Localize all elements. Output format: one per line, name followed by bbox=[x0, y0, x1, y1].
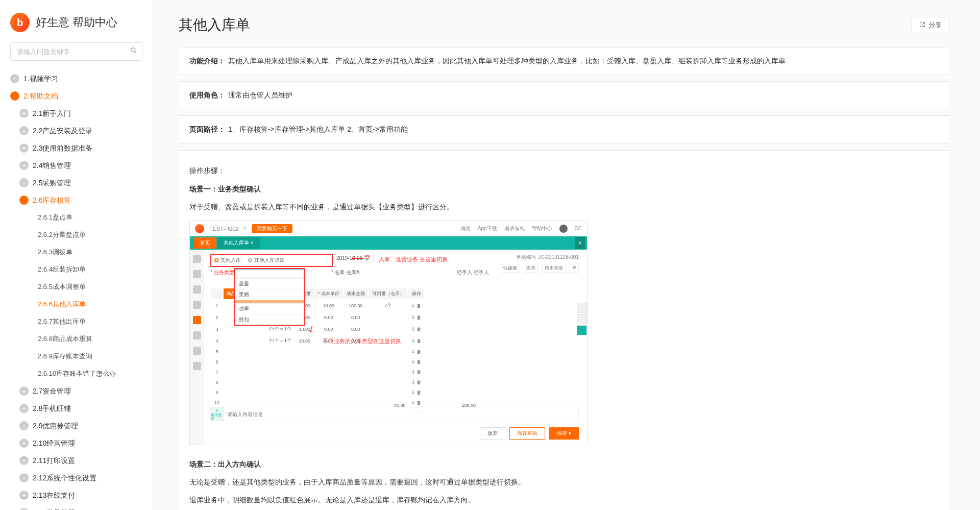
nav-2-6[interactable]: –2.6库存核算 bbox=[10, 191, 142, 209]
steps-label: 操作步骤： bbox=[189, 164, 939, 178]
nav-2-7[interactable]: +2.7资金管理 bbox=[10, 382, 142, 400]
table-row[interactable]: 9⇩ 🗑 bbox=[211, 388, 424, 397]
nav-2-3[interactable]: +2.3使用前数据准备 bbox=[10, 139, 142, 157]
shot-link-help[interactable]: 帮助中心 bbox=[532, 225, 552, 232]
table-row[interactable]: 7⇩ 🗑 bbox=[211, 368, 424, 377]
nav-video[interactable]: +1.视频学习 bbox=[10, 70, 142, 87]
shot-env: TEST-H002 bbox=[209, 226, 238, 232]
scene2-p1: 无论是受赠，还是其他类型的业务，由于入库商品质量等原因，需要退回，这时可通过单据… bbox=[189, 475, 939, 489]
nav-2-1[interactable]: +2.1新手入门 bbox=[10, 105, 142, 122]
nav-2-6-9[interactable]: 2.6.9库存账本查询 bbox=[10, 348, 142, 365]
mini-side-icon[interactable] bbox=[193, 316, 201, 324]
brand-text: 好生意 帮助中心 bbox=[36, 15, 117, 30]
mini-side-icon[interactable] bbox=[193, 270, 201, 278]
share-button[interactable]: 分享 bbox=[912, 17, 949, 33]
nav-2-13[interactable]: +2.13在线支付 bbox=[10, 487, 142, 504]
gear-icon[interactable]: ⚙ bbox=[570, 264, 579, 273]
table-row[interactable]: 5⇩ 🗑 bbox=[211, 347, 424, 356]
shot-tools: 快捷键 提单 历史单据 ⚙ bbox=[501, 264, 579, 273]
search-icon[interactable] bbox=[130, 47, 137, 56]
tool-shortcut[interactable]: 快捷键 bbox=[501, 264, 520, 273]
table-row[interactable]: 8⇩ 🗑 bbox=[211, 378, 424, 387]
body-block: 操作步骤： 场景一：业务类型确认 对于受赠、盘盈或是拆装入库等不同的业务，是通过… bbox=[179, 150, 949, 510]
nav-2-6-1[interactable]: 2.6.1盘点单 bbox=[10, 209, 142, 226]
scene2-title: 场景二：出入方向确认 bbox=[189, 457, 939, 471]
nav-2-6-5[interactable]: 2.6.5成本调整单 bbox=[10, 278, 142, 296]
warehouse-field[interactable]: * 仓库 仓库A bbox=[331, 269, 360, 276]
shot-side-tools bbox=[577, 303, 587, 335]
nav-2-8[interactable]: +2.8手机旺铺 bbox=[10, 400, 142, 417]
nav-docs[interactable]: –2.帮助文档 bbox=[10, 87, 142, 105]
search-input[interactable] bbox=[10, 42, 142, 61]
memo-icon: ≡备注信息 bbox=[211, 407, 224, 421]
shot-link-app[interactable]: App下载 bbox=[478, 225, 497, 232]
shot-type-radio-group: 其他入库 其他入库退库 bbox=[210, 254, 333, 267]
mini-side-icon[interactable] bbox=[193, 255, 201, 263]
avatar-icon[interactable] bbox=[559, 225, 568, 233]
dd-option[interactable]: 盘盈 bbox=[235, 278, 304, 289]
shot-buy-button[interactable]: 我要购买一下 bbox=[252, 224, 292, 233]
radio-other-return[interactable]: 其他入库退库 bbox=[254, 257, 285, 264]
nav-tree: +1.视频学习 –2.帮助文档 +2.1新手入门 +2.2产品安装及登录 +2.… bbox=[10, 70, 142, 510]
nav-2-6-10[interactable]: 2.6.10库存账本错了怎么办 bbox=[10, 365, 142, 382]
role-box: 使用角色：通常由仓管人员维护 bbox=[179, 81, 949, 109]
annotation-1: 入库、退货业务 在这里切换 bbox=[379, 256, 448, 263]
clerk-field[interactable]: 经手人 经手人 bbox=[457, 269, 489, 276]
nav-2-9[interactable]: +2.9优惠券管理 bbox=[10, 417, 142, 434]
search-wrap bbox=[10, 42, 142, 61]
shot-topbar: TEST-H002 ▾ 我要购买一下 消息 App下载 邀请有礼 帮助中心 CC bbox=[190, 221, 587, 236]
nav-2-5[interactable]: +2.5采购管理 bbox=[10, 174, 142, 191]
nav-2-6-2[interactable]: 2.6.2分量盘点单 bbox=[10, 226, 142, 244]
memo-input[interactable] bbox=[224, 411, 578, 417]
mini-side-icon[interactable] bbox=[193, 285, 201, 294]
dd-option[interactable] bbox=[235, 300, 304, 303]
arrow-icon: ⟵ bbox=[351, 253, 364, 264]
shot-docno: 单据编号 JC-20191226-001 bbox=[516, 254, 579, 261]
mini-side-icon[interactable] bbox=[193, 362, 201, 370]
side-tool-icon[interactable] bbox=[577, 303, 587, 313]
close-icon[interactable]: × bbox=[575, 237, 585, 249]
save-button[interactable]: 保存 ▾ bbox=[549, 427, 579, 440]
nav-2-14[interactable]: +2.14常见问题 bbox=[10, 504, 142, 510]
shot-tab-doc[interactable]: 其他入库单 × bbox=[217, 237, 260, 249]
side-tool-icon[interactable] bbox=[577, 325, 587, 335]
nav-2-6-8[interactable]: 2.6.8商品成本重算 bbox=[10, 330, 142, 348]
nav-2-4[interactable]: +2.4销售管理 bbox=[10, 157, 142, 174]
radio-icon[interactable] bbox=[214, 258, 218, 262]
nav-2-12[interactable]: +2.12系统个性化设置 bbox=[10, 469, 142, 487]
content: 其他入库单 分享 功能介绍：其他入库单用来处理除采购入库、产成品入库之外的其他入… bbox=[153, 0, 980, 510]
mini-side-icon[interactable] bbox=[193, 301, 201, 309]
dd-option[interactable]: 拆包 bbox=[235, 314, 304, 325]
shot-memo: ≡备注信息 bbox=[210, 407, 579, 421]
shot-link-invite[interactable]: 邀请有礼 bbox=[504, 225, 525, 232]
mini-side-icon[interactable] bbox=[193, 347, 201, 355]
dd-option[interactable]: 功率 bbox=[235, 303, 304, 314]
nav-2-2[interactable]: +2.2产品安装及登录 bbox=[10, 122, 142, 139]
dd-option[interactable]: 受赠 bbox=[235, 289, 304, 300]
table-row[interactable]: 4个/个 = 1个10.000.000.00⇩ 🗑 bbox=[211, 335, 424, 346]
mini-side-icon[interactable] bbox=[193, 331, 201, 339]
nav-2-6-4[interactable]: 2.6.4组装拆卸单 bbox=[10, 261, 142, 278]
tool-submit[interactable]: 提单 bbox=[524, 264, 538, 273]
biz-type-label: * 业务类型 bbox=[210, 269, 234, 276]
tool-history[interactable]: 历史单据 bbox=[542, 264, 566, 273]
shot-link-msg[interactable]: 消息 bbox=[460, 225, 471, 232]
radio-other-in[interactable]: 其他入库 bbox=[220, 257, 241, 264]
page-title: 其他入库单 bbox=[179, 15, 250, 35]
nav-2-11[interactable]: +2.11打印设置 bbox=[10, 452, 142, 469]
draft-button[interactable]: 保存草稿 bbox=[509, 427, 545, 440]
radio-icon[interactable] bbox=[248, 258, 252, 262]
nav-2-6-7[interactable]: 2.6.7其他出库单 bbox=[10, 313, 142, 330]
scene1-title: 场景一：业务类型确认 bbox=[189, 182, 939, 196]
path-box: 页面路径：1、库存核算->库存管理->其他入库单 2、首页->常用功能 bbox=[179, 115, 949, 143]
shot-top-right: 消息 App下载 邀请有礼 帮助中心 CC bbox=[460, 225, 582, 233]
biz-type-dropdown[interactable]: 盘盈 受赠 功率 拆包 bbox=[234, 268, 305, 326]
nav-2-6-3[interactable]: 2.6.3调拨单 bbox=[10, 244, 142, 261]
side-tool-icon[interactable] bbox=[577, 314, 587, 324]
shot-tab-home[interactable]: 首页 bbox=[194, 237, 216, 249]
nav-2-10[interactable]: +2.10经营管理 bbox=[10, 434, 142, 452]
logo-icon: b bbox=[10, 13, 30, 32]
cancel-button[interactable]: 放弃 bbox=[480, 427, 505, 440]
table-row[interactable]: 6⇩ 🗑 bbox=[211, 357, 424, 367]
nav-2-6-6[interactable]: 2.6.6其他入库单 bbox=[10, 296, 142, 313]
